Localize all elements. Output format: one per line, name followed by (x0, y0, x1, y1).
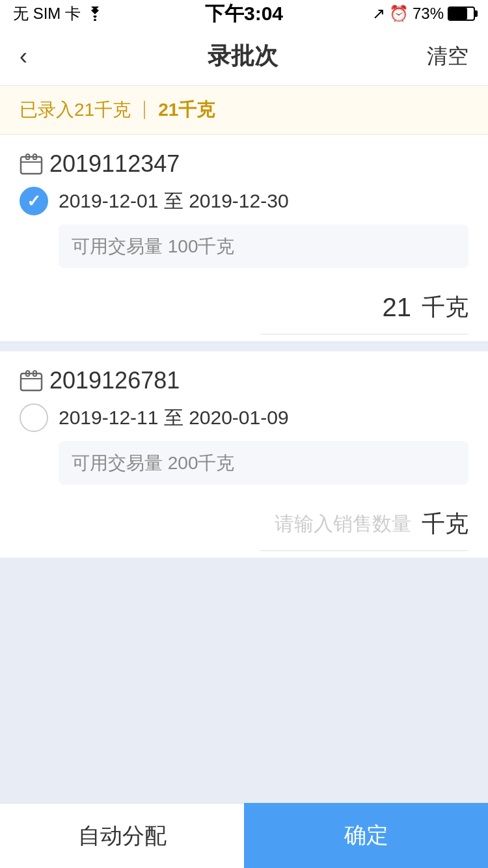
batch1-date: 2019-12-01 至 2019-12-30 (59, 188, 289, 215)
status-left: 无 SIM 卡 (13, 3, 104, 24)
batch2-input-row: 请输入销售数量 千克 (0, 508, 488, 550)
batch-item-2: 2019126781 2019-12-11 至 2020-01-09 可用交易量… (0, 351, 488, 558)
battery-icon (448, 7, 475, 21)
batch1-unit: 千克 (422, 292, 468, 323)
batch1-divider (260, 334, 468, 334)
bottom-action-bar: 自动分配 确定 (0, 803, 488, 868)
batch1-input-row: 21 千克 (0, 292, 488, 334)
batch2-available-text: 可用交易量 200千克 (72, 453, 235, 473)
summary-bar: 已录入21千克 21千克 (0, 86, 488, 135)
status-time: 下午3:04 (205, 1, 283, 27)
auto-distribute-button[interactable]: 自动分配 (0, 803, 244, 868)
check-icon: ✓ (27, 191, 41, 211)
batch2-unit: 千克 (422, 508, 468, 540)
batch2-date: 2019-12-11 至 2020-01-09 (59, 405, 289, 431)
svg-rect-5 (21, 373, 42, 390)
batch-item-1: 2019112347 ✓ 2019-12-01 至 2019-12-30 可用交… (0, 135, 488, 341)
summary-divider (144, 101, 145, 119)
batch2-divider (260, 550, 468, 551)
section-divider (0, 341, 488, 351)
batch2-id: 2019126781 (49, 367, 180, 394)
batch2-date-row[interactable]: 2019-12-11 至 2020-01-09 (20, 403, 468, 432)
batch2-input-placeholder[interactable]: 请输入销售数量 (275, 511, 411, 537)
batch2-icon (20, 370, 43, 392)
status-right: ↗ ⏰ 73% (372, 5, 475, 23)
batch2-header: 2019126781 (20, 367, 468, 394)
batch2-available: 可用交易量 200千克 (59, 441, 468, 485)
nav-bar: ‹ 录批次 清空 (0, 27, 488, 86)
status-bar: 无 SIM 卡 下午3:04 ↗ ⏰ 73% (0, 0, 488, 27)
alarm-icon: ⏰ (389, 5, 409, 23)
svg-rect-1 (21, 157, 42, 174)
summary-label: 已录入21千克 (20, 98, 131, 122)
batch2-radio[interactable] (20, 403, 48, 432)
battery-percent: 73% (413, 5, 444, 23)
page-title: 录批次 (208, 40, 278, 72)
sim-label: 无 SIM 卡 (13, 3, 81, 24)
batch1-radio[interactable]: ✓ (20, 187, 48, 215)
svg-point-0 (94, 19, 96, 21)
batch1-date-row[interactable]: ✓ 2019-12-01 至 2019-12-30 (20, 187, 468, 215)
back-button[interactable]: ‹ (20, 43, 59, 70)
clear-button[interactable]: 清空 (427, 42, 468, 71)
batch1-qty[interactable]: 21 (307, 293, 411, 322)
batch1-available: 可用交易量 100千克 (59, 224, 468, 268)
summary-value: 21千克 (158, 98, 215, 122)
batch1-icon (20, 153, 43, 175)
location-icon: ↗ (372, 5, 385, 23)
confirm-button[interactable]: 确定 (244, 803, 488, 868)
wifi-icon (86, 7, 104, 21)
batch1-available-text: 可用交易量 100千克 (72, 236, 235, 256)
batch1-id: 2019112347 (49, 150, 180, 178)
batch1-header: 2019112347 (20, 150, 468, 178)
